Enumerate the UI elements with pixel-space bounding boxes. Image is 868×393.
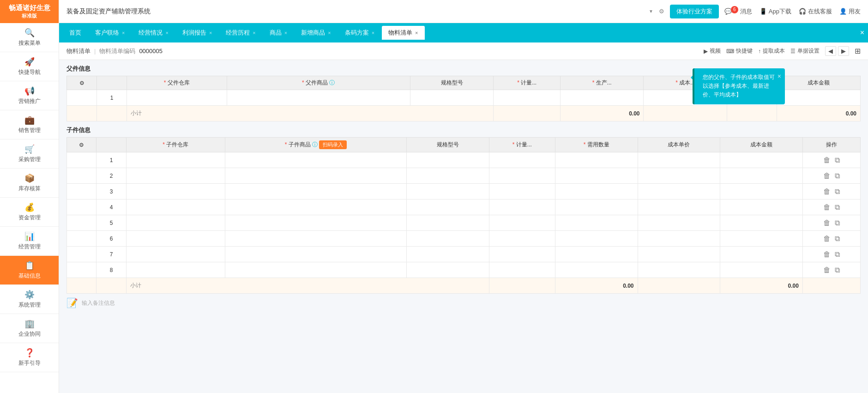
copy-row-button[interactable]: ⧉ <box>833 156 841 164</box>
child-row-product[interactable] <box>225 247 407 262</box>
close-icon[interactable]: × <box>284 30 287 36</box>
sidebar-item-finance[interactable]: 💰 资金管理 <box>0 198 59 227</box>
child-row-qty[interactable] <box>555 184 638 200</box>
close-icon[interactable]: × <box>165 30 168 36</box>
child-row-spec[interactable] <box>407 231 489 247</box>
next-record-button[interactable]: ▶ <box>838 46 849 56</box>
user-button[interactable]: 👤 用友 <box>839 7 861 16</box>
message-button[interactable]: 💬 6 消息 <box>724 7 752 16</box>
tab-bom[interactable]: 物料清单 × <box>382 26 424 40</box>
shortcut-button[interactable]: ⌨ 快捷键 <box>726 47 753 55</box>
child-row-unit[interactable] <box>489 152 555 168</box>
delete-row-button[interactable]: 🗑 <box>822 187 832 196</box>
close-icon[interactable]: × <box>328 30 331 36</box>
parent-row-spec[interactable] <box>410 90 494 106</box>
gear-settings-icon[interactable]: ⚙ <box>659 8 664 15</box>
delete-row-button[interactable]: 🗑 <box>822 235 832 243</box>
sidebar-item-guide[interactable]: ❓ 新手引导 <box>0 343 59 372</box>
child-row-warehouse[interactable] <box>126 152 225 168</box>
delete-row-button[interactable]: 🗑 <box>822 172 832 180</box>
delete-row-button[interactable]: 🗑 <box>822 156 832 164</box>
child-row-spec[interactable] <box>407 168 489 184</box>
child-row-product[interactable] <box>225 200 407 215</box>
parent-th-settings[interactable]: ⚙ <box>67 76 97 90</box>
close-tab-all-button[interactable]: × <box>860 29 864 37</box>
sidebar-item-stock[interactable]: 📦 库存核算 <box>0 169 59 198</box>
child-row-warehouse[interactable] <box>126 262 225 278</box>
child-row-unit-cost[interactable] <box>638 152 720 168</box>
trial-button[interactable]: 体验行业方案 <box>670 5 719 18</box>
child-row-warehouse[interactable] <box>126 215 225 231</box>
close-icon[interactable]: × <box>209 30 212 36</box>
sidebar-item-enterprise[interactable]: 🏢 企业协同 <box>0 314 59 343</box>
app-download-button[interactable]: 📱 App下载 <box>760 7 791 16</box>
sidebar-item-marketing[interactable]: 📢 营销推广 <box>0 81 59 110</box>
child-row-unit-cost[interactable] <box>638 215 720 231</box>
child-row-unit-cost[interactable] <box>638 168 720 184</box>
copy-row-button[interactable]: ⧉ <box>833 219 841 227</box>
parent-row-product[interactable] <box>227 90 410 106</box>
delete-row-button[interactable]: 🗑 <box>822 266 832 274</box>
delete-row-button[interactable]: 🗑 <box>822 250 832 259</box>
copy-row-button[interactable]: ⧉ <box>833 266 841 274</box>
child-row-unit-cost[interactable] <box>638 231 720 247</box>
child-row-warehouse[interactable] <box>126 247 225 262</box>
sidebar-item-sales[interactable]: 💼 销售管理 <box>0 110 59 139</box>
child-row-spec[interactable] <box>407 200 489 215</box>
child-row-spec[interactable] <box>407 262 489 278</box>
child-row-unit-cost[interactable] <box>638 184 720 200</box>
prev-record-button[interactable]: ◀ <box>825 46 836 56</box>
child-row-product[interactable] <box>225 231 407 247</box>
copy-row-button[interactable]: ⧉ <box>833 187 841 196</box>
child-row-qty[interactable] <box>555 200 638 215</box>
sidebar-item-operation[interactable]: 📊 经营管理 <box>0 227 59 256</box>
tab-new-goods[interactable]: 新增商品 × <box>295 26 337 40</box>
sidebar-item-system[interactable]: ⚙️ 系统管理 <box>0 285 59 314</box>
child-row-product[interactable] <box>225 215 407 231</box>
child-row-product[interactable] <box>225 262 407 278</box>
delete-row-button[interactable]: 🗑 <box>822 219 832 227</box>
child-row-warehouse[interactable] <box>126 200 225 215</box>
child-row-unit-cost[interactable] <box>638 200 720 215</box>
single-setting-button[interactable]: ☰ 单据设置 <box>790 47 820 55</box>
child-row-unit[interactable] <box>489 215 555 231</box>
sidebar-item-basic[interactable]: 📋 基础信息 <box>0 256 59 285</box>
sidebar-item-quick-nav[interactable]: 🚀 快捷导航 <box>0 52 59 81</box>
tab-customer[interactable]: 客户联络 × <box>89 26 131 40</box>
child-row-spec[interactable] <box>407 152 489 168</box>
parent-row-production[interactable] <box>560 90 644 106</box>
child-row-warehouse[interactable] <box>126 184 225 200</box>
child-th-settings[interactable]: ⚙ <box>67 138 96 152</box>
child-row-qty[interactable] <box>555 247 638 262</box>
copy-row-button[interactable]: ⧉ <box>833 203 841 212</box>
close-icon[interactable]: × <box>415 30 418 36</box>
grid-view-icon[interactable]: ⊞ <box>855 47 861 55</box>
child-row-warehouse[interactable] <box>126 231 225 247</box>
close-icon[interactable]: × <box>122 30 125 36</box>
child-row-unit[interactable] <box>489 184 555 200</box>
sidebar-item-purchase[interactable]: 🛒 采购管理 <box>0 139 59 169</box>
copy-row-button[interactable]: ⧉ <box>833 250 841 259</box>
tab-operation-history[interactable]: 经营历程 × <box>219 26 262 40</box>
child-row-unit[interactable] <box>489 200 555 215</box>
scan-input-button[interactable]: 扫码录入 <box>319 140 347 149</box>
copy-row-button[interactable]: ⧉ <box>833 235 841 243</box>
tooltip-close-button[interactable]: × <box>778 71 781 81</box>
copy-row-button[interactable]: ⧉ <box>833 172 841 180</box>
child-row-product[interactable] <box>225 168 407 184</box>
close-icon[interactable]: × <box>253 30 255 36</box>
parent-row-unit[interactable] <box>494 90 560 106</box>
tab-home[interactable]: 首页 <box>63 26 88 40</box>
child-row-qty[interactable] <box>555 215 638 231</box>
child-row-qty[interactable] <box>555 152 638 168</box>
child-row-warehouse[interactable] <box>126 168 225 184</box>
close-icon[interactable]: × <box>372 30 374 36</box>
child-row-spec[interactable] <box>407 215 489 231</box>
child-row-unit[interactable] <box>489 247 555 262</box>
child-row-qty[interactable] <box>555 168 638 184</box>
extract-cost-button[interactable]: ↑ 提取成本 <box>758 47 785 55</box>
child-row-unit-cost[interactable] <box>638 262 720 278</box>
child-row-unit[interactable] <box>489 262 555 278</box>
child-row-product[interactable] <box>225 184 407 200</box>
tab-barcode[interactable]: 条码方案 × <box>338 26 381 40</box>
